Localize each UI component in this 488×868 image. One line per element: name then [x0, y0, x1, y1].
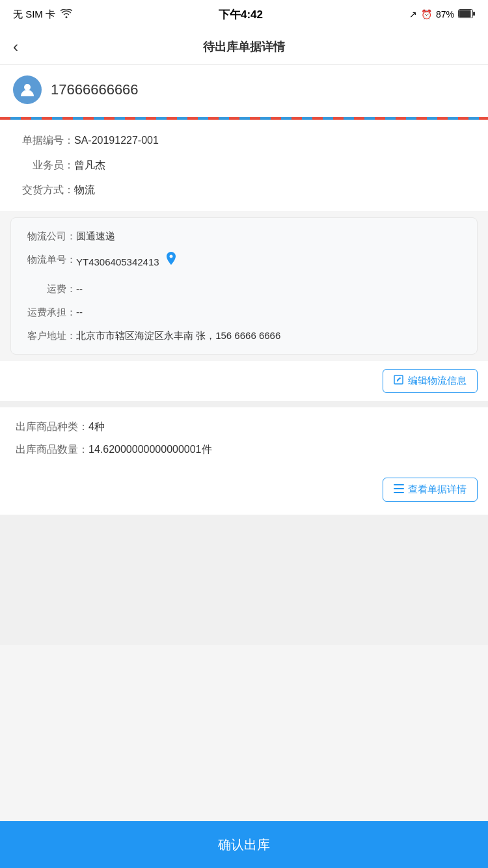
view-icon	[394, 484, 404, 495]
goods-type-label: 出库商品种类：	[16, 420, 88, 434]
status-bar: 无 SIM 卡 下午4:42 ↗ ⏰ 87%	[0, 0, 488, 29]
sales-value: 曾凡杰	[74, 157, 472, 173]
wifi-icon	[61, 9, 72, 20]
edit-logistics-button[interactable]: 编辑物流信息	[383, 369, 478, 393]
tracking-label: 物流单号：	[24, 252, 76, 267]
logistics-company-value: 圆通速递	[76, 228, 464, 244]
gray-area	[0, 515, 488, 645]
goods-type-value: 4种	[88, 420, 472, 434]
tracking-location-icon[interactable]	[165, 252, 178, 273]
logistics-company-row: 物流公司： 圆通速递	[24, 228, 464, 244]
status-time: 下午4:42	[219, 7, 263, 22]
page-title: 待出库单据详情	[203, 39, 285, 55]
tracking-number: YT4306405342413	[76, 254, 159, 270]
edit-icon	[394, 375, 404, 387]
goods-quantity-row: 出库商品数量： 14.62000000000000001件	[16, 443, 472, 457]
freight-bearer-row: 运费承担： --	[24, 305, 464, 320]
status-right: ↗ ⏰ 87%	[409, 9, 475, 20]
svg-rect-6	[394, 488, 404, 489]
logistics-card: 物流公司： 圆通速递 物流单号： YT4306405342413 运费： -- …	[10, 217, 478, 355]
back-button[interactable]: ‹	[13, 39, 18, 55]
edit-logistics-label: 编辑物流信息	[408, 375, 467, 387]
battery-text: 87%	[436, 9, 454, 20]
tracking-row: 物流单号： YT4306405342413	[24, 252, 464, 273]
sales-label: 业务员：	[16, 157, 74, 173]
view-btn-row: 查看单据详情	[0, 470, 488, 515]
confirm-bar[interactable]: 确认出库	[0, 821, 488, 868]
edit-btn-row: 编辑物流信息	[0, 361, 488, 401]
customer-section: 17666666666	[0, 65, 488, 115]
doc-number-value: SA-20191227-001	[74, 133, 472, 148]
view-details-label: 查看单据详情	[408, 483, 467, 496]
status-left: 无 SIM 卡	[13, 8, 72, 21]
goods-type-row: 出库商品种类： 4种	[16, 420, 472, 434]
doc-number-label: 单据编号：	[16, 133, 74, 148]
battery-icon	[458, 9, 475, 20]
freight-bearer-value: --	[76, 305, 464, 320]
tracking-value-container: YT4306405342413	[76, 252, 464, 273]
svg-point-3	[24, 84, 31, 90]
nav-bar: ‹ 待出库单据详情	[0, 29, 488, 65]
freight-label: 运费：	[24, 281, 76, 297]
delivery-value: 物流	[74, 182, 472, 198]
doc-number-row: 单据编号： SA-20191227-001	[16, 133, 472, 148]
confirm-button-label: 确认出库	[218, 836, 270, 854]
customer-phone: 17666666666	[51, 81, 139, 98]
goods-section: 出库商品种类： 4种 出库商品数量： 14.62000000000000001件	[0, 407, 488, 470]
location-icon: ↗	[409, 9, 417, 20]
section-divider	[0, 401, 488, 407]
svg-rect-5	[394, 484, 404, 485]
avatar	[13, 75, 42, 104]
address-row: 客户地址： 北京市市辖区海淀区永丰南 张，156 6666 6666	[24, 328, 464, 344]
goods-quantity-value: 14.62000000000000001件	[88, 443, 472, 457]
sales-row: 业务员： 曾凡杰	[16, 157, 472, 173]
address-value: 北京市市辖区海淀区永丰南 张，156 6666 6666	[76, 328, 464, 344]
svg-rect-2	[473, 12, 475, 16]
freight-bearer-label: 运费承担：	[24, 305, 76, 320]
view-details-button[interactable]: 查看单据详情	[383, 478, 478, 502]
delivery-row: 交货方式： 物流	[16, 182, 472, 198]
alarm-icon: ⏰	[421, 9, 432, 20]
freight-value: --	[76, 281, 464, 297]
freight-row: 运费： --	[24, 281, 464, 297]
delivery-label: 交货方式：	[16, 182, 74, 198]
goods-quantity-label: 出库商品数量：	[16, 443, 88, 457]
bottom-spacer	[0, 645, 488, 697]
carrier-text: 无 SIM 卡	[13, 8, 55, 21]
order-info-section: 单据编号： SA-20191227-001 业务员： 曾凡杰 交货方式： 物流	[0, 120, 488, 211]
svg-rect-7	[394, 492, 404, 493]
address-label: 客户地址：	[24, 328, 76, 344]
logistics-company-label: 物流公司：	[24, 228, 76, 244]
dashed-divider	[0, 115, 488, 120]
svg-rect-1	[459, 10, 470, 17]
